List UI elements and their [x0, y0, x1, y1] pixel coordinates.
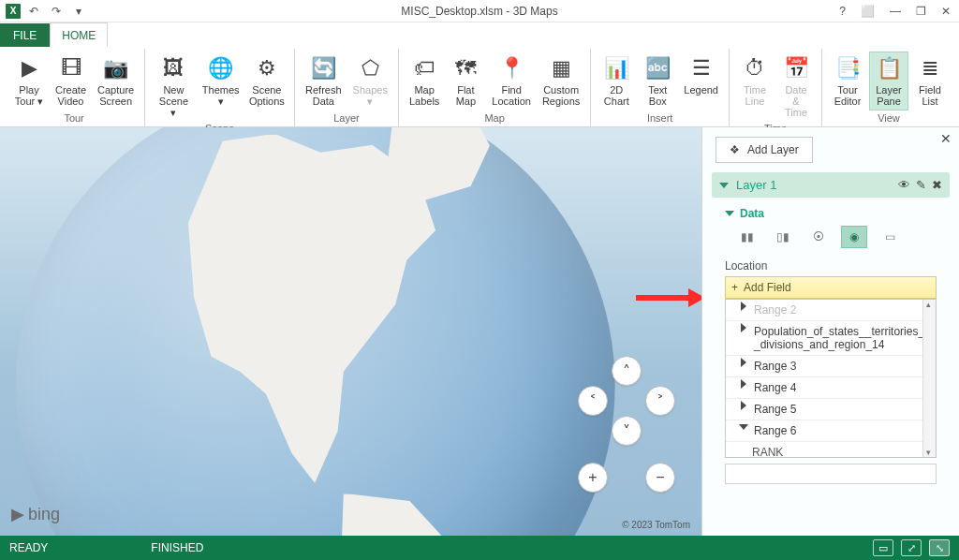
group-label: View: [878, 111, 900, 126]
status-view1-button[interactable]: ▭: [873, 539, 893, 556]
capture-screen-label: Capture Screen: [97, 84, 134, 107]
layer-name: Layer 1: [736, 178, 891, 192]
date-time-button: 📅Date & Time: [776, 52, 816, 121]
map-view[interactable]: ▶ bing © 2023 TomTom ˄ ˅ ˂ ˃ + −: [0, 127, 701, 536]
data-section-header[interactable]: Data: [725, 207, 950, 220]
restore-button[interactable]: ❐: [913, 5, 929, 18]
find-location-button[interactable]: 📍Find Location: [487, 52, 536, 111]
zoom-in-button[interactable]: +: [578, 463, 608, 493]
capture-screen-button[interactable]: 📷Capture Screen: [93, 52, 139, 111]
date-time-icon: 📅: [782, 54, 810, 82]
tour-editor-label: Tour Editor: [834, 84, 862, 107]
tour-editor-button[interactable]: 📑Tour Editor: [828, 52, 867, 111]
viz-stacked-column-button[interactable]: ▮▮: [734, 226, 760, 248]
location-label: Location: [725, 259, 950, 273]
layer-row[interactable]: Layer 1 👁 ✎ ✖: [712, 172, 950, 198]
range-label: Range 3: [754, 360, 796, 373]
status-view3-button[interactable]: ⤡: [929, 539, 950, 556]
ribbon-display-button[interactable]: ⬜: [858, 5, 878, 18]
layer-collapse-icon[interactable]: [719, 183, 729, 188]
status-bar: READY FINISHED ▭ ⤢ ⤡: [0, 536, 959, 560]
scene-options-label: Scene Options: [249, 84, 285, 107]
range-label: Range 6: [754, 424, 796, 437]
redo-button[interactable]: ↷: [47, 5, 66, 18]
field-list-icon: ≣: [916, 54, 944, 82]
2d-chart-button[interactable]: 📊2D Chart: [597, 52, 636, 111]
text-box-label: Text Box: [648, 84, 667, 107]
add-layer-button[interactable]: ❖ Add Layer: [716, 137, 813, 163]
field-list-button[interactable]: ≣Field List: [910, 52, 950, 111]
ribbon-group-layer: 🔄Refresh Data⬠Shapes ▾Layer: [295, 49, 399, 126]
create-video-button[interactable]: 🎞Create Video: [51, 52, 91, 111]
plus-icon: +: [731, 281, 738, 294]
map-labels-button[interactable]: 🏷Map Labels: [405, 52, 444, 111]
layer-visibility-icon[interactable]: 👁: [898, 178, 910, 192]
landmass-south-america: [315, 494, 459, 536]
add-field-button[interactable]: + Add Field: [725, 276, 937, 299]
viz-heatmap-button[interactable]: ◉: [841, 226, 867, 248]
bing-logo-icon: ▶: [11, 504, 24, 524]
themes-button[interactable]: 🌐Themes ▾: [199, 52, 243, 121]
nav-up-button[interactable]: ˄: [612, 356, 642, 386]
chevron-right-icon: [741, 302, 746, 311]
time-line-button: ⏱Time Line: [735, 52, 775, 121]
bing-text: bing: [28, 505, 60, 524]
range-item[interactable]: Range 6: [726, 420, 936, 442]
legend-button[interactable]: ☰Legend: [679, 52, 723, 111]
text-box-button[interactable]: 🔤Text Box: [638, 52, 677, 111]
time-line-label: Time Line: [744, 84, 766, 107]
chevron-right-icon: [741, 358, 746, 367]
qat-more-icon[interactable]: ▾: [69, 5, 88, 18]
layer-rename-icon[interactable]: ✎: [916, 178, 926, 192]
nav-right-button[interactable]: ˃: [645, 386, 675, 416]
ribbon: ▶Play Tour ▾🎞Create Video📷Capture Screen…: [0, 47, 959, 127]
undo-button[interactable]: ↶: [24, 5, 43, 18]
range-item[interactable]: Range 3: [726, 356, 936, 377]
range-child-item[interactable]: RANK: [726, 442, 936, 458]
custom-regions-button[interactable]: ▦Custom Regions: [538, 52, 584, 111]
status-view2-button[interactable]: ⤢: [901, 539, 922, 556]
shapes-label: Shapes ▾: [353, 84, 388, 107]
data-collapse-icon: [725, 211, 734, 216]
home-tab[interactable]: HOME: [50, 22, 108, 47]
file-tab[interactable]: FILE: [0, 23, 50, 47]
layer-pane-button[interactable]: 📋Layer Pane: [869, 52, 908, 111]
range-item[interactable]: Population_of_states__territories__divis…: [726, 321, 936, 356]
viz-bubble-button[interactable]: ⦿: [805, 226, 832, 248]
viz-clustered-column-button[interactable]: ▯▮: [770, 226, 796, 248]
help-button[interactable]: ?: [836, 5, 848, 18]
field-dropdown[interactable]: Range 2Population_of_states__territories…: [725, 299, 937, 458]
new-scene-button[interactable]: 🖼New Scene ▾: [151, 52, 197, 121]
dropdown-scrollbar[interactable]: [922, 300, 936, 457]
range-item[interactable]: Range 4: [726, 377, 936, 399]
layer-pane-icon: 📋: [875, 54, 903, 82]
refresh-data-button[interactable]: 🔄Refresh Data: [301, 52, 347, 111]
nav-left-button[interactable]: ˂: [578, 386, 608, 416]
scene-options-icon: ⚙: [253, 54, 281, 82]
refresh-data-icon: 🔄: [309, 54, 337, 82]
title-bar: X ↶ ↷ ▾ MISC_Desktop.xlsm - 3D Maps ? ⬜ …: [0, 0, 959, 22]
empty-field-slot[interactable]: [725, 464, 937, 484]
group-label: Layer: [333, 111, 360, 126]
legend-label: Legend: [684, 84, 718, 96]
play-tour-button[interactable]: ▶Play Tour ▾: [9, 52, 49, 111]
range-item[interactable]: Range 5: [726, 399, 936, 420]
layer-pane: ✕ ❖ Add Layer Layer 1 👁 ✎ ✖ Data ▮▮ ▯▮ ⦿…: [701, 127, 959, 536]
flat-map-icon: 🗺: [451, 54, 480, 82]
themes-icon: 🌐: [207, 54, 235, 82]
close-button[interactable]: ✕: [938, 5, 953, 18]
flat-map-button[interactable]: 🗺Flat Map: [446, 52, 485, 111]
zoom-out-button[interactable]: −: [645, 463, 675, 493]
nav-down-button[interactable]: ˅: [612, 416, 642, 446]
find-location-icon: 📍: [497, 54, 525, 82]
ribbon-group-tour: ▶Play Tour ▾🎞Create Video📷Capture Screen…: [4, 49, 145, 126]
range-item[interactable]: Range 2: [726, 300, 936, 321]
viz-region-button[interactable]: ▭: [877, 226, 903, 248]
layer-delete-icon[interactable]: ✖: [932, 178, 942, 192]
layer-pane-close-button[interactable]: ✕: [940, 131, 952, 146]
play-tour-icon: ▶: [15, 54, 43, 82]
legend-icon: ☰: [687, 54, 716, 82]
scene-options-button[interactable]: ⚙Scene Options: [245, 52, 288, 121]
globe[interactable]: [15, 127, 614, 536]
minimize-button[interactable]: —: [887, 5, 904, 18]
